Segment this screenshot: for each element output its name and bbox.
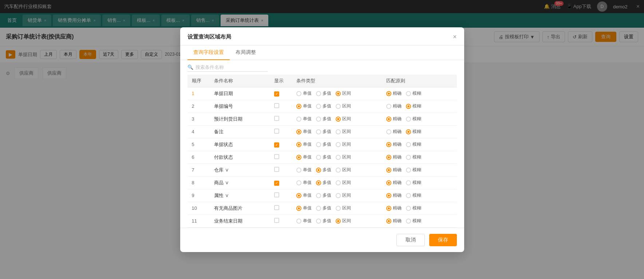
radio-match-模糊[interactable]: 模糊 <box>406 116 421 122</box>
dialog-tab-fields[interactable]: 查询字段设置 <box>187 46 230 60</box>
radio-cond-区间[interactable]: 区间 <box>336 205 351 211</box>
row-name: 属性 ∨ <box>210 189 269 202</box>
radio-match-模糊[interactable]: 模糊 <box>406 129 421 135</box>
row-checkbox[interactable] <box>274 142 279 148</box>
radio-cond-单值[interactable]: 单值 <box>296 205 312 211</box>
radio-cond-多值[interactable]: 多值 <box>316 141 331 148</box>
table-row: 8商品 ∨单值多值区间精确模糊 <box>187 176 457 189</box>
radio-match-精确[interactable]: 精确 <box>386 154 402 160</box>
radio-circle <box>336 129 341 134</box>
radio-match-模糊[interactable]: 模糊 <box>406 192 421 199</box>
row-checkbox[interactable] <box>274 218 279 223</box>
row-checkbox-cell <box>270 87 292 100</box>
radio-match-模糊[interactable]: 模糊 <box>406 205 421 211</box>
radio-cond-多值[interactable]: 多值 <box>316 116 331 122</box>
radio-match-模糊[interactable]: 模糊 <box>406 141 421 148</box>
th-match: 匹配原则 <box>382 75 457 87</box>
radio-circle <box>316 117 321 122</box>
radio-cond-单值[interactable]: 单值 <box>296 192 312 199</box>
radio-cond-区间[interactable]: 区间 <box>336 141 351 148</box>
radio-match-精确[interactable]: 精确 <box>386 205 402 211</box>
radio-match-模糊[interactable]: 模糊 <box>406 90 421 97</box>
radio-match-模糊[interactable]: 模糊 <box>406 180 421 186</box>
dialog-tab-layout[interactable]: 布局调整 <box>230 46 262 60</box>
row-order: 1 <box>187 87 210 100</box>
th-cond-type: 条件类型 <box>292 75 382 87</box>
radio-circle <box>406 206 411 211</box>
radio-cond-区间[interactable]: 区间 <box>336 129 351 135</box>
radio-cond-单值[interactable]: 单值 <box>296 103 312 109</box>
row-cond-type: 单值多值区间 <box>292 113 382 125</box>
radio-cond-多值[interactable]: 多值 <box>316 205 331 211</box>
row-checkbox[interactable] <box>274 181 279 186</box>
radio-match-模糊[interactable]: 模糊 <box>406 218 421 224</box>
radio-cond-单值[interactable]: 单值 <box>296 90 312 97</box>
row-order: 3 <box>187 113 210 125</box>
row-checkbox-cell <box>270 189 292 202</box>
radio-cond-区间[interactable]: 区间 <box>336 116 351 122</box>
cancel-button[interactable]: 取消 <box>396 234 425 246</box>
radio-match-精确[interactable]: 精确 <box>386 192 402 199</box>
radio-match-模糊[interactable]: 模糊 <box>406 167 421 173</box>
radio-cond-区间[interactable]: 区间 <box>336 103 351 109</box>
row-checkbox[interactable] <box>274 116 279 121</box>
dialog-footer: 取消 保存 <box>180 228 464 252</box>
radio-circle <box>336 168 341 173</box>
radio-match-精确[interactable]: 精确 <box>386 90 402 97</box>
search-input[interactable] <box>195 64 268 70</box>
radio-cond-单值[interactable]: 单值 <box>296 141 312 148</box>
row-cond-type: 单值多值区间 <box>292 176 382 189</box>
radio-match-精确[interactable]: 精确 <box>386 180 402 186</box>
radio-cond-多值[interactable]: 多值 <box>316 103 331 109</box>
row-checkbox[interactable] <box>274 205 279 210</box>
row-checkbox-cell <box>270 151 292 164</box>
radio-cond-多值[interactable]: 多值 <box>316 167 331 173</box>
radio-match-精确[interactable]: 精确 <box>386 116 402 122</box>
radio-cond-多值[interactable]: 多值 <box>316 129 331 135</box>
radio-match-精确[interactable]: 精确 <box>386 129 402 135</box>
radio-cond-区间[interactable]: 区间 <box>336 167 351 173</box>
radio-cond-区间[interactable]: 区间 <box>336 154 351 160</box>
radio-cond-区间[interactable]: 区间 <box>336 180 351 186</box>
radio-cond-区间[interactable]: 区间 <box>336 192 351 199</box>
dialog-close-btn[interactable]: × <box>453 33 457 41</box>
row-name: 备注 <box>210 125 269 138</box>
radio-circle <box>406 168 411 173</box>
save-button[interactable]: 保存 <box>429 234 457 246</box>
radio-cond-单值[interactable]: 单值 <box>296 154 312 160</box>
radio-cond-单值[interactable]: 单值 <box>296 116 312 122</box>
row-name: 付款状态 <box>210 151 269 164</box>
radio-cond-多值[interactable]: 多值 <box>316 90 331 97</box>
radio-cond-单值[interactable]: 单值 <box>296 218 312 224</box>
radio-circle <box>336 117 341 122</box>
row-match-type: 精确模糊 <box>382 215 457 227</box>
row-checkbox[interactable] <box>274 103 279 108</box>
row-checkbox[interactable] <box>274 91 279 97</box>
row-checkbox[interactable] <box>274 154 279 159</box>
radio-cond-多值[interactable]: 多值 <box>316 154 331 160</box>
radio-circle <box>406 104 411 109</box>
radio-match-模糊[interactable]: 模糊 <box>406 103 421 109</box>
radio-cond-多值[interactable]: 多值 <box>316 218 331 224</box>
radio-match-精确[interactable]: 精确 <box>386 103 402 109</box>
radio-cond-多值[interactable]: 多值 <box>316 192 331 199</box>
radio-cond-区间[interactable]: 区间 <box>336 218 351 224</box>
row-name: 单据日期 <box>210 87 269 100</box>
radio-cond-区间[interactable]: 区间 <box>336 90 351 97</box>
radio-match-精确[interactable]: 精确 <box>386 167 402 173</box>
row-cond-type: 单值多值区间 <box>292 87 382 100</box>
table-row: 9属性 ∨单值多值区间精确模糊 <box>187 189 457 202</box>
radio-cond-多值[interactable]: 多值 <box>316 180 331 186</box>
row-checkbox[interactable] <box>274 192 279 197</box>
row-name: 预计到货日期 <box>210 113 269 125</box>
row-order: 6 <box>187 151 210 164</box>
radio-cond-单值[interactable]: 单值 <box>296 180 312 186</box>
radio-cond-单值[interactable]: 单值 <box>296 167 312 173</box>
row-checkbox[interactable] <box>274 167 279 172</box>
radio-match-精确[interactable]: 精确 <box>386 218 402 224</box>
radio-cond-单值[interactable]: 单值 <box>296 129 312 135</box>
row-cond-type: 单值多值区间 <box>292 100 382 113</box>
row-checkbox[interactable] <box>274 129 279 134</box>
radio-match-精确[interactable]: 精确 <box>386 141 402 148</box>
radio-match-模糊[interactable]: 模糊 <box>406 154 421 160</box>
